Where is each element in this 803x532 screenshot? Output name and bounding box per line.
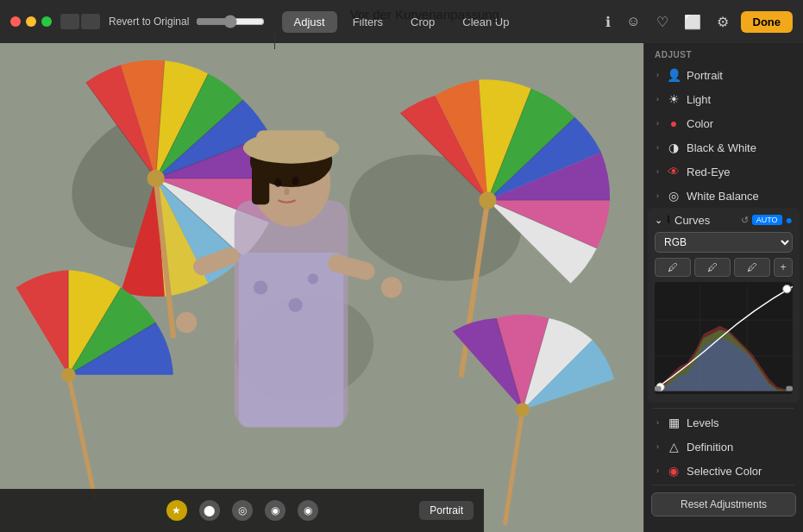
levels-icon: ▦ xyxy=(666,416,681,429)
split-view-btn[interactable] xyxy=(81,14,100,29)
single-view-btn[interactable] xyxy=(60,14,79,29)
info-button[interactable]: ℹ xyxy=(602,12,614,32)
tab-crop[interactable]: Crop xyxy=(398,11,447,33)
chevron-right-icon-levels: › xyxy=(656,418,659,427)
emoji-button[interactable]: ☺ xyxy=(623,12,643,31)
nav-tabs: Adjust Filters Crop Clean Up xyxy=(282,11,522,33)
adjust-item-portrait[interactable]: › 👤 Portrait xyxy=(648,63,800,87)
curves-chevron-down-icon: ⌄ xyxy=(655,215,662,226)
minimize-button[interactable] xyxy=(26,16,36,27)
right-panel: ADJUST › 👤 Portrait › ☀ Light › ● Color … xyxy=(643,43,803,532)
chevron-right-icon-definition: › xyxy=(656,442,659,451)
color-icon: ● xyxy=(666,116,681,130)
auto-badge[interactable]: AUTO xyxy=(752,215,782,225)
reset-adjustments-button[interactable]: Reset Adjustments xyxy=(651,492,796,516)
curves-active-icon: ● xyxy=(786,213,793,227)
svg-rect-47 xyxy=(0,43,643,532)
adjust-item-definition[interactable]: › △ Definition xyxy=(648,435,800,459)
main-content: ★ ⬤ ◎ ◉ ◉ Portrait ADJUST › 👤 Portrait ›… xyxy=(0,43,803,532)
heart-button[interactable]: ♡ xyxy=(653,12,672,32)
toolbar: Revert to Original Adjust Filters Crop C… xyxy=(0,0,803,43)
selective-color-label: Selective Color xyxy=(687,465,762,478)
circle-icon-1[interactable]: ⬤ xyxy=(199,500,220,521)
curves-section: ⌄ ⌇ Curves ↺ AUTO ● RGB Red Green Blue 🖊… xyxy=(648,208,800,403)
svg-rect-54 xyxy=(655,386,662,391)
settings-button[interactable]: ⚙ xyxy=(713,12,732,32)
tab-filters[interactable]: Filters xyxy=(341,11,395,33)
eyedropper-white-btn[interactable]: 🖊 xyxy=(734,258,770,277)
share-button[interactable]: ⬜ xyxy=(681,12,705,32)
light-label: Light xyxy=(687,93,711,106)
chevron-right-icon-wb: › xyxy=(656,191,659,200)
star-icon[interactable]: ★ xyxy=(166,500,187,521)
circle-icon-4[interactable]: ◉ xyxy=(298,500,318,521)
adjust-item-levels[interactable]: › ▦ Levels xyxy=(648,410,800,435)
rgb-select[interactable]: RGB Red Green Blue xyxy=(655,232,793,253)
curves-graph[interactable] xyxy=(655,282,793,394)
chevron-right-icon-color: › xyxy=(656,119,659,128)
fullscreen-button[interactable] xyxy=(41,16,52,27)
wb-icon: ◎ xyxy=(666,189,681,203)
image-area: ★ ⬤ ◎ ◉ ◉ Portrait xyxy=(0,43,643,532)
adjust-item-color[interactable]: › ● Color xyxy=(648,111,800,135)
adjust-item-redeye[interactable]: › 👁 Red-Eye xyxy=(648,160,800,184)
close-button[interactable] xyxy=(10,16,21,27)
circle-icon-3[interactable]: ◉ xyxy=(265,500,285,521)
adjust-item-wb[interactable]: › ◎ White Balance xyxy=(648,184,800,208)
revert-button[interactable]: Revert to Original xyxy=(109,16,189,28)
tab-cleanup[interactable]: Clean Up xyxy=(450,11,521,33)
eyedropper-gray-btn[interactable]: 🖊 xyxy=(694,258,731,277)
done-button[interactable]: Done xyxy=(741,11,794,33)
photo xyxy=(0,43,643,532)
portrait-button[interactable]: Portrait xyxy=(419,501,474,520)
tab-adjust[interactable]: Adjust xyxy=(282,11,337,33)
adjust-item-bw[interactable]: › ◑ Black & White xyxy=(648,135,800,160)
redeye-label: Red-Eye xyxy=(687,166,731,178)
portrait-label: Portrait xyxy=(687,69,723,82)
color-label: Color xyxy=(687,117,713,130)
chevron-right-icon-light: › xyxy=(656,95,659,103)
levels-label: Levels xyxy=(687,416,719,429)
chevron-right-icon-sc: › xyxy=(656,466,659,475)
definition-icon: △ xyxy=(666,440,681,454)
bw-icon: ◑ xyxy=(666,141,681,154)
definition-label: Definition xyxy=(687,441,733,454)
wb-label: White Balance xyxy=(687,190,759,203)
curves-actions: ↺ AUTO ● xyxy=(741,213,793,227)
bottom-bar: ★ ⬤ ◎ ◉ ◉ Portrait xyxy=(0,489,484,532)
adjust-item-light[interactable]: › ☀ Light xyxy=(648,87,800,111)
eyedropper-black-btn[interactable]: 🖊 xyxy=(655,258,691,277)
chevron-right-icon: › xyxy=(656,71,659,79)
panel-header: ADJUST xyxy=(644,43,803,63)
circle-icon-2[interactable]: ◎ xyxy=(232,500,253,521)
portrait-icon: 👤 xyxy=(666,68,681,82)
light-icon: ☀ xyxy=(666,92,681,106)
curves-reset-icon[interactable]: ↺ xyxy=(741,215,749,226)
redeye-icon: 👁 xyxy=(666,165,681,178)
curves-title: Curves xyxy=(674,214,737,227)
chevron-right-icon-bw: › xyxy=(656,143,659,152)
selective-color-icon: ◉ xyxy=(666,464,681,478)
toolbar-right: ℹ ☺ ♡ ⬜ ⚙ Done xyxy=(602,11,793,33)
eyedropper-row: 🖊 🖊 🖊 + xyxy=(655,258,793,277)
bw-label: Black & White xyxy=(687,141,756,154)
divider-2 xyxy=(653,485,794,485)
svg-rect-55 xyxy=(786,386,793,391)
adjust-item-selective-color[interactable]: › ◉ Selective Color xyxy=(648,459,800,483)
add-point-btn[interactable]: + xyxy=(774,258,793,277)
chevron-right-icon-redeye: › xyxy=(656,167,659,176)
svg-point-52 xyxy=(783,285,791,292)
curves-header: ⌄ ⌇ Curves ↺ AUTO ● xyxy=(655,213,793,227)
divider-1 xyxy=(653,408,794,409)
curves-icon: ⌇ xyxy=(666,214,671,226)
traffic-lights xyxy=(10,16,52,27)
view-toggle xyxy=(60,14,100,29)
zoom-slider[interactable] xyxy=(196,15,265,28)
